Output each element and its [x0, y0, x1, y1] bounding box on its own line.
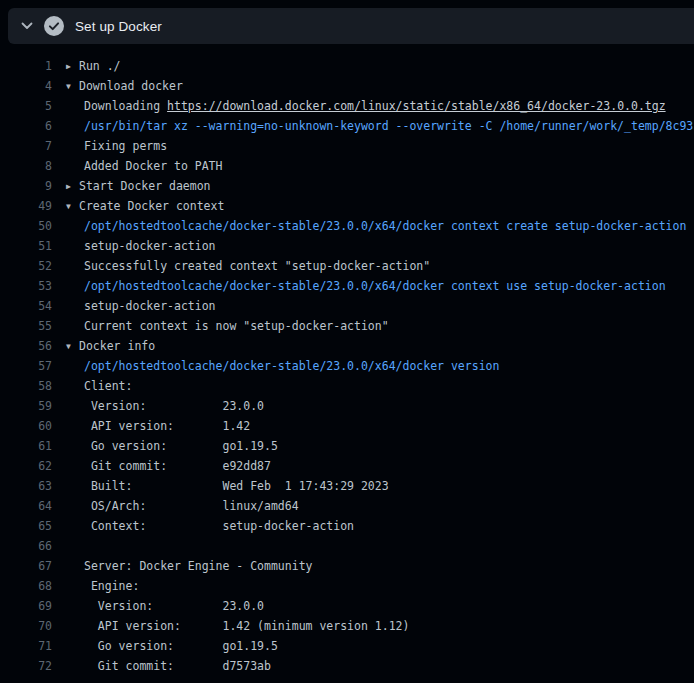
line-number[interactable]: 8: [0, 156, 52, 176]
log-command-text: /opt/hostedtoolcache/docker-stable/23.0.…: [84, 276, 666, 296]
line-number[interactable]: 1: [0, 56, 52, 76]
line-number[interactable]: 9: [0, 176, 52, 196]
log-line: 6/usr/bin/tar xz --warning=no-unknown-ke…: [0, 116, 694, 136]
log-group-toggle[interactable]: ▶Start Docker daemon: [66, 176, 211, 196]
check-circle-icon: [44, 16, 64, 36]
log-line: 7Fixing perms: [0, 136, 694, 156]
step-header[interactable]: Set up Docker: [8, 8, 694, 44]
triangle-right-icon: ▶: [66, 177, 79, 196]
log-line: 68 Engine:: [0, 576, 694, 596]
line-number[interactable]: 4: [0, 76, 52, 96]
line-number[interactable]: 51: [0, 236, 52, 256]
line-number[interactable]: 61: [0, 436, 52, 456]
group-label: Docker info: [79, 339, 155, 353]
line-number[interactable]: 53: [0, 276, 52, 296]
log-text: Git commit: e92dd87: [84, 456, 271, 476]
log-line: 49▼Create Docker context: [0, 196, 694, 216]
log-text: API version: 1.42 (minimum version 1.12): [84, 616, 409, 636]
line-number[interactable]: 66: [0, 536, 52, 556]
group-label: Run ./: [79, 59, 121, 73]
log-text: Go version: go1.19.5: [84, 436, 278, 456]
line-number[interactable]: 72: [0, 656, 52, 676]
log-group-toggle[interactable]: ▼Download docker: [66, 76, 183, 96]
log-line: 64 OS/Arch: linux/amd64: [0, 496, 694, 516]
log-group-toggle[interactable]: ▼Create Docker context: [66, 196, 224, 216]
log-line: 57/opt/hostedtoolcache/docker-stable/23.…: [0, 356, 694, 376]
log-line: 62 Git commit: e92dd87: [0, 456, 694, 476]
log-line: 58Client:: [0, 376, 694, 396]
log-text: Downloading https://download.docker.com/…: [84, 96, 666, 116]
log-text: setup-docker-action: [84, 296, 216, 316]
log-command-text: /opt/hostedtoolcache/docker-stable/23.0.…: [84, 356, 499, 376]
log-line: 56▼Docker info: [0, 336, 694, 356]
line-number[interactable]: 59: [0, 396, 52, 416]
line-number[interactable]: 68: [0, 576, 52, 596]
line-number[interactable]: 64: [0, 496, 52, 516]
log-line: 60 API version: 1.42: [0, 416, 694, 436]
log-text: Client:: [84, 376, 132, 396]
log-link[interactable]: https://download.docker.com/linux/static…: [167, 99, 666, 113]
line-number[interactable]: 63: [0, 476, 52, 496]
line-number[interactable]: 71: [0, 636, 52, 656]
log-group-toggle[interactable]: ▶Run ./: [66, 56, 121, 76]
log-text: Git commit: d7573ab: [84, 656, 271, 676]
log-line: 5Downloading https://download.docker.com…: [0, 96, 694, 116]
line-number[interactable]: 6: [0, 116, 52, 136]
log-line: 4▼Download docker: [0, 76, 694, 96]
line-number[interactable]: 5: [0, 96, 52, 116]
log-text: Version: 23.0.0: [84, 396, 264, 416]
log-text: Successfully created context "setup-dock…: [84, 256, 430, 276]
group-label: Start Docker daemon: [79, 179, 211, 193]
line-number[interactable]: 58: [0, 376, 52, 396]
log-text: Go version: go1.19.5: [84, 636, 278, 656]
log-text: Added Docker to PATH: [84, 156, 222, 176]
line-number[interactable]: 57: [0, 356, 52, 376]
log-text-prefix: Downloading: [84, 99, 167, 113]
log-lines: 1▶Run ./4▼Download docker5Downloading ht…: [0, 56, 694, 676]
triangle-down-icon: ▼: [66, 337, 79, 356]
log-line: 61 Go version: go1.19.5: [0, 436, 694, 456]
log-line: 71 Go version: go1.19.5: [0, 636, 694, 656]
log-line: 8Added Docker to PATH: [0, 156, 694, 176]
line-number[interactable]: 70: [0, 616, 52, 636]
group-label: Download docker: [79, 79, 183, 93]
log-text: Built: Wed Feb 1 17:43:29 2023: [84, 476, 389, 496]
log-line: 65 Context: setup-docker-action: [0, 516, 694, 536]
log-text: API version: 1.42: [84, 416, 250, 436]
triangle-down-icon: ▼: [66, 77, 79, 96]
line-number[interactable]: 56: [0, 336, 52, 356]
line-number[interactable]: 49: [0, 196, 52, 216]
log-text: Current context is now "setup-docker-act…: [84, 316, 389, 336]
log-line: 52Successfully created context "setup-do…: [0, 256, 694, 276]
line-number[interactable]: 65: [0, 516, 52, 536]
line-number[interactable]: 7: [0, 136, 52, 156]
log-line: 66: [0, 536, 694, 556]
step-title: Set up Docker: [75, 19, 162, 34]
line-number[interactable]: 62: [0, 456, 52, 476]
triangle-down-icon: ▼: [66, 197, 79, 216]
log-line: 51setup-docker-action: [0, 236, 694, 256]
line-number[interactable]: 50: [0, 216, 52, 236]
log-text: Server: Docker Engine - Community: [84, 556, 312, 576]
log-line: 59 Version: 23.0.0: [0, 396, 694, 416]
log-line: 53/opt/hostedtoolcache/docker-stable/23.…: [0, 276, 694, 296]
line-number[interactable]: 67: [0, 556, 52, 576]
log-text: OS/Arch: linux/amd64: [84, 496, 299, 516]
line-number[interactable]: 69: [0, 596, 52, 616]
log-line: 9▶Start Docker daemon: [0, 176, 694, 196]
log-text: Fixing perms: [84, 136, 167, 156]
log-line: 70 API version: 1.42 (minimum version 1.…: [0, 616, 694, 636]
log-line: 69 Version: 23.0.0: [0, 596, 694, 616]
line-number[interactable]: 60: [0, 416, 52, 436]
log-text: setup-docker-action: [84, 236, 216, 256]
line-number[interactable]: 55: [0, 316, 52, 336]
log-line: 1▶Run ./: [0, 56, 694, 76]
log-text: Version: 23.0.0: [84, 596, 264, 616]
line-number[interactable]: 52: [0, 256, 52, 276]
line-number[interactable]: 54: [0, 296, 52, 316]
log-group-toggle[interactable]: ▼Docker info: [66, 336, 155, 356]
chevron-down-icon[interactable]: [21, 22, 33, 30]
log-line: 67Server: Docker Engine - Community: [0, 556, 694, 576]
log-line: 55Current context is now "setup-docker-a…: [0, 316, 694, 336]
log-line: 63 Built: Wed Feb 1 17:43:29 2023: [0, 476, 694, 496]
